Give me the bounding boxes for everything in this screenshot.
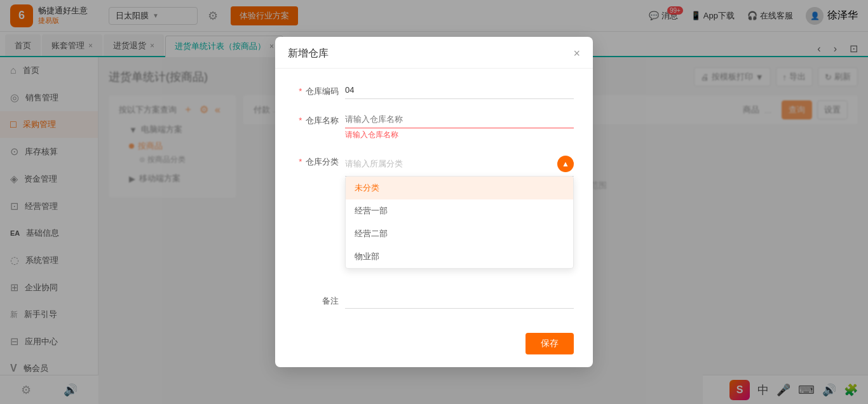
form-row-name: * 仓库名称 请输入仓库名称 [294,111,574,140]
form-row-category: * 仓库分类 请输入所属分类 ▲ 未分类 经营一部 经营二部 物业部 [294,152,574,177]
category-select[interactable]: 请输入所属分类 ▲ [345,152,574,177]
remark-field-wrapper [345,291,574,309]
remark-input[interactable] [345,291,574,309]
name-label: * 仓库名称 [294,111,339,126]
dropdown-item-dept3[interactable]: 物业部 [346,245,573,268]
code-required-mark: * [299,86,302,96]
name-error-tip: 请输入仓库名称 [345,130,574,140]
code-field-wrapper [345,81,574,99]
name-input[interactable] [345,111,574,128]
dialog-title: 新增仓库 [288,47,329,60]
dropdown-item-dept1[interactable]: 经营一部 [346,199,573,222]
dialog-header: 新增仓库 × [275,37,593,69]
cat-required-mark: * [299,157,302,166]
dialog-footer: 保存 [275,333,593,354]
dialog-close-icon[interactable]: × [573,47,580,60]
code-label: * 仓库编码 [294,81,339,97]
name-field-wrapper: 请输入仓库名称 [345,111,574,140]
dialog-body: * 仓库编码 * 仓库名称 请输入仓库名称 [275,69,593,333]
code-input[interactable] [345,81,574,99]
category-placeholder: 请输入所属分类 [345,158,403,170]
dropdown-item-dept2[interactable]: 经营二部 [346,222,573,245]
form-row-code: * 仓库编码 [294,81,574,99]
add-warehouse-dialog: 新增仓库 × * 仓库编码 * 仓库名称 [275,37,593,367]
category-field-wrapper: 请输入所属分类 ▲ 未分类 经营一部 经营二部 物业部 [345,152,574,177]
modal-overlay: 新增仓库 × * 仓库编码 * 仓库名称 [0,0,868,404]
remark-label: 备注 [294,291,339,307]
form-row-remark: 备注 [294,291,574,309]
save-button[interactable]: 保存 [526,333,574,354]
category-dropdown: 未分类 经营一部 经营二部 物业部 [345,176,574,269]
category-label: * 仓库分类 [294,152,339,168]
dropdown-item-none[interactable]: 未分类 [346,177,573,199]
name-required-mark: * [299,116,302,125]
select-up-arrow-icon: ▲ [557,156,574,172]
